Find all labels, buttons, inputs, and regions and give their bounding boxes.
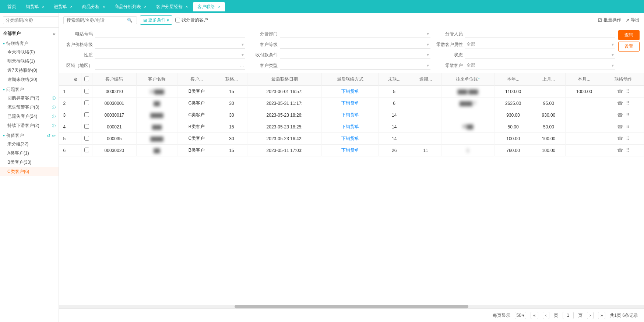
close-product-analysis-icon[interactable]: ×	[103, 4, 105, 9]
sidebar-item-churned[interactable]: 已流失客户(24) ⓘ	[0, 112, 59, 121]
filter-status-select[interactable]: ▾	[465, 51, 615, 59]
row-checkbox[interactable]	[81, 145, 92, 156]
more-actions-icon[interactable]: ⠿	[625, 136, 630, 141]
set-button[interactable]: 设置	[618, 42, 640, 52]
th-gear[interactable]: ⚙	[70, 73, 81, 86]
table-gear-icon[interactable]: ⚙	[74, 77, 78, 82]
more-actions-icon[interactable]: ⠿	[625, 148, 630, 153]
sidebar-item-class-b[interactable]: B类客户(33)	[0, 158, 59, 167]
sidebar-item-class-c[interactable]: C类客户(6)	[0, 167, 59, 176]
filter-price-level-select[interactable]: ▾	[95, 41, 245, 49]
last-way-link[interactable]: 下销货单	[341, 100, 359, 106]
row-select-checkbox[interactable]	[84, 89, 89, 93]
contact-phone-icon[interactable]: ☎	[616, 148, 624, 153]
contact-phone-icon[interactable]: ☎	[616, 100, 624, 106]
last-way-link[interactable]: 下销货单	[341, 136, 359, 141]
sidebar-item-class-a[interactable]: A类客户(1)	[0, 149, 59, 158]
sidebar-item-ungrouped[interactable]: 未分组(32)	[0, 139, 59, 149]
row-select-checkbox[interactable]	[84, 100, 89, 105]
group-problem-customers[interactable]: ▾ 问题客户	[0, 84, 59, 93]
scrollbar-thumb[interactable]	[235, 305, 469, 308]
close-sales-order-icon[interactable]: ×	[42, 4, 44, 9]
more-actions-icon[interactable]: ⠿	[625, 124, 630, 130]
filter-sparse-attr-select[interactable]: 全部 ▾	[465, 40, 615, 49]
edit-icon[interactable]: ✏	[52, 133, 56, 138]
last-way-link[interactable]: 下销货单	[341, 124, 359, 129]
row-checkbox[interactable]	[81, 98, 92, 109]
row-select-checkbox[interactable]	[84, 136, 89, 141]
contact-phone-icon[interactable]: ☎	[616, 124, 624, 130]
row-actions[interactable]: ☎ ⠿	[603, 133, 644, 145]
select-all-checkbox[interactable]	[84, 77, 89, 81]
refresh-icon[interactable]: ↺	[47, 133, 50, 138]
th-checkbox[interactable]	[81, 73, 92, 86]
more-actions-icon[interactable]: ⠿	[625, 89, 630, 94]
filter-retail-select[interactable]: 全部 ▾	[465, 61, 615, 70]
prev-page-button[interactable]: ‹	[543, 312, 549, 319]
group-value-customers[interactable]: ▾ 价值客户 ↺ ✏	[0, 130, 59, 139]
close-customer-layered-icon[interactable]: ×	[186, 4, 188, 9]
row-actions[interactable]: ☎ ⠿	[603, 86, 644, 98]
sidebar-item-repurchase-abnormal[interactable]: 回购异常客户(2) ⓘ	[0, 93, 59, 103]
horizontal-scrollbar[interactable]	[59, 305, 644, 308]
row-actions[interactable]: ☎ ⠿	[603, 109, 644, 121]
page-size-select[interactable]: 50 ▾	[515, 312, 526, 319]
export-button[interactable]: ↗ 导出	[626, 17, 640, 23]
contact-phone-icon[interactable]: ☎	[616, 136, 624, 141]
filter-dept-select[interactable]: ▾	[280, 30, 430, 38]
sidebar-item-churn-warning[interactable]: 流失预警客户(3) ⓘ	[0, 103, 59, 112]
row-actions[interactable]: ☎ ⠿	[603, 98, 644, 109]
row-actions[interactable]: ☎ ⠿	[603, 121, 644, 133]
last-way-link[interactable]: 下销货单	[341, 89, 359, 94]
search-icon[interactable]: 🔍	[127, 18, 133, 23]
more-actions-icon[interactable]: ⠿	[625, 112, 630, 118]
filter-customer-type-select[interactable]: ▾	[280, 62, 430, 70]
last-way-link[interactable]: 下销货单	[341, 112, 359, 117]
row-actions[interactable]: ☎ ⠿	[603, 145, 644, 156]
sidebar-item-tomorrow-contact[interactable]: 明天待联络(1)	[0, 57, 59, 66]
last-page-button[interactable]: »	[598, 312, 606, 319]
filter-person-select[interactable]: ...	[465, 30, 615, 38]
nav-home[interactable]: 首页	[3, 2, 21, 11]
more-filter-button[interactable]: ⊞ 更多条件 ▾	[140, 15, 172, 25]
main-search-input[interactable]	[67, 18, 126, 23]
close-product-list-icon[interactable]: ×	[144, 4, 146, 9]
row-checkbox[interactable]	[81, 133, 92, 145]
filter-phone-input[interactable]	[95, 30, 245, 38]
sidebar-item-declining[interactable]: 持续下滑客户(2) ⓘ	[0, 121, 59, 130]
my-customers-checkbox[interactable]: 我分管的客户	[175, 17, 208, 23]
contact-phone-icon[interactable]: ☎	[616, 89, 624, 94]
page-number-input[interactable]	[563, 312, 574, 319]
filter-payment-select[interactable]: ▾	[280, 51, 430, 59]
collapse-icon[interactable]: «	[53, 31, 56, 37]
next-page-button[interactable]: ›	[587, 312, 594, 319]
close-customer-contact-icon[interactable]: ×	[218, 4, 220, 9]
filter-region-select[interactable]: ...	[95, 62, 245, 70]
my-customers-check[interactable]	[175, 18, 180, 22]
last-way-link[interactable]: 下销货单	[341, 148, 359, 153]
row-checkbox[interactable]	[81, 121, 92, 133]
filter-customer-level-select[interactable]: ▾	[280, 41, 430, 49]
all-customers-header[interactable]: 全部客户 «	[0, 28, 59, 38]
sidebar-item-today-contact[interactable]: 今天待联络(0)	[0, 47, 59, 57]
batch-ops-button[interactable]: ☑ 批量操作	[598, 17, 621, 23]
nav-customer-layered[interactable]: 客户分层经营 ×	[152, 2, 192, 11]
nav-product-analysis[interactable]: 商品分析 ×	[78, 2, 109, 11]
nav-product-analysis-list[interactable]: 商品分析列表 ×	[110, 2, 151, 11]
nav-purchase-order[interactable]: 进货单 ×	[49, 2, 77, 11]
query-button[interactable]: 查询	[618, 30, 640, 40]
row-checkbox[interactable]	[81, 86, 92, 98]
sidebar-item-overdue-contact[interactable]: 逾期未联络(30)	[0, 75, 59, 84]
nav-sales-order[interactable]: 销货单 ×	[21, 2, 49, 11]
nav-customer-contact[interactable]: 客户联络 ×	[193, 2, 225, 11]
row-select-checkbox[interactable]	[84, 148, 89, 152]
row-checkbox[interactable]	[81, 109, 92, 121]
group-pending-contact[interactable]: ▾ 待联络客户	[0, 38, 59, 47]
close-purchase-icon[interactable]: ×	[70, 4, 72, 9]
sidebar-search-input[interactable]	[3, 16, 59, 24]
row-select-checkbox[interactable]	[84, 112, 89, 117]
row-select-checkbox[interactable]	[84, 124, 89, 129]
filter-nature-select[interactable]: ▾	[95, 51, 245, 59]
first-page-button[interactable]: «	[531, 312, 538, 319]
more-actions-icon[interactable]: ⠿	[625, 100, 630, 106]
